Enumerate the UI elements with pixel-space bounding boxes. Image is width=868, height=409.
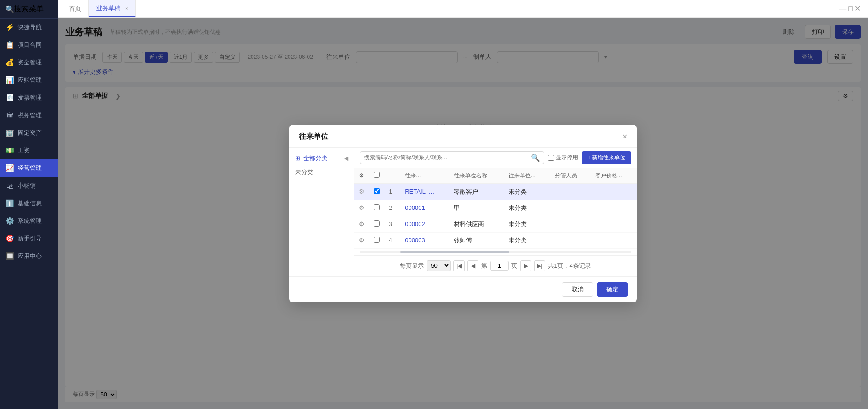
sidebar-item-fapiao[interactable]: 🧾 发票管理 [0,89,58,107]
tab-draft[interactable]: 业务草稿 × [89,0,136,17]
col-check [369,168,384,184]
sidebar-item-label: 税务管理 [18,111,42,120]
tab-close-icon[interactable]: × [125,6,128,11]
sidebar-item-label: 资金管理 [18,58,42,67]
confirm-button[interactable]: 确定 [597,282,628,297]
sidebar-item-xiaodian[interactable]: 🛍 小畅销 [0,177,58,195]
row-no: 1 [384,183,401,200]
dialog-close-icon[interactable]: × [623,132,628,142]
row-price [591,183,637,200]
row-settings: ⚙ [354,216,369,232]
table-row[interactable]: ⚙ 2 000001 甲 未分类 [354,200,637,216]
page-last-button[interactable]: ▶| [534,260,545,271]
per-page-select[interactable]: 50 100 [427,260,451,271]
col-code: 往来... [400,168,449,184]
table-row[interactable]: ⚙ 1 RETAIL_... 零散客户 未分类 [354,183,637,200]
col-category: 往来单位... [504,168,550,184]
sidebar-item-label: 小畅销 [18,182,36,190]
tab-bar: 首页 业务草稿 × — □ ✕ [58,0,868,18]
row-no: 3 [384,216,401,232]
tab-home[interactable]: 首页 [62,0,89,17]
dialog-right-toolbar: 🔍 显示停用 + 新增往来单位 [354,148,637,168]
page-suffix: 页 [511,262,517,270]
add-partner-button[interactable]: + 新增往来单位 [582,151,631,164]
window-minimize-icon[interactable]: — [839,5,846,13]
sidebar-header[interactable]: 🔍 搜索菜单 [0,0,58,19]
sidebar-item-gudingzichan[interactable]: 🏢 固定资产 [0,124,58,142]
total-info: 共1页，4条记录 [548,262,591,270]
table-scrollbar[interactable] [360,251,631,253]
table-row[interactable]: ⚙ 3 000002 材料供应商 未分类 [354,216,637,232]
page-next-button[interactable]: ▶ [520,260,531,271]
pagination: 每页显示 50 100 |◀ ◀ 第 页 ▶ ▶| [354,255,637,276]
sidebar-item-label: 应账管理 [18,76,42,84]
page-prev-button[interactable]: ◀ [467,260,478,271]
sidebar-header-text: 搜索菜单 [14,4,44,14]
sidebar-item-xiangmu[interactable]: 📋 项目合同 [0,36,58,54]
col-price: 客户价格... [591,168,637,184]
sidebar-item-jichu[interactable]: ℹ️ 基础信息 [0,195,58,212]
cancel-button[interactable]: 取消 [562,282,593,297]
row-name: 张师傅 [449,232,504,248]
sidebar-item-gongzi[interactable]: 💵 工资 [0,142,58,159]
sidebar-item-yingyong[interactable]: 🔲 应用中心 [0,247,58,265]
search-box[interactable]: 🔍 [360,151,545,164]
sidebar-item-jingying[interactable]: 📈 经营管理 [0,159,58,177]
row-checkbox[interactable] [369,183,384,200]
table-header-row: ⚙ 往来... 往来单位名称 往来单位... 分管人员 客户价格... [354,168,637,184]
row-code: RETAIL_... [400,183,449,200]
row-price [591,200,637,216]
select-all-checkbox[interactable] [374,172,380,178]
show-disabled-toggle[interactable]: 显示停用 [548,154,578,162]
window-close-icon[interactable]: ✕ [855,4,861,13]
row-checkbox[interactable] [369,200,384,216]
sidebar-item-label: 工资 [18,146,30,155]
main-area: 首页 业务草稿 × — □ ✕ WhAR 业务草稿 草稿转为正式单据时，不会执行… [58,0,868,409]
uncategorized-label: 未分类 [295,169,313,176]
dialog-left-panel: ⊞ 全部分类 ◀ 未分类 [289,148,354,276]
row-salesperson [550,232,591,248]
col-name: 往来单位名称 [449,168,504,184]
dialog-footer: 取消 确定 [289,276,637,302]
row-category: 未分类 [504,232,550,248]
sidebar-item-xinshou[interactable]: 🎯 新手引导 [0,230,58,247]
page-first-button[interactable]: |◀ [453,260,465,271]
tab-draft-label: 业务草稿 [96,4,120,13]
row-settings: ⚙ [354,200,369,216]
contract-icon: 📋 [6,41,14,49]
app-icon: 🔲 [6,252,14,260]
sidebar-item-yingfu[interactable]: 📊 应账管理 [0,71,58,89]
row-salesperson [550,183,591,200]
modal-overlay: 往来单位 × ⊞ 全部分类 ◀ [58,18,868,409]
col-no [384,168,401,184]
row-checkbox[interactable] [369,216,384,232]
sidebar-item-shuiwu[interactable]: 🏛 税务管理 [0,107,58,124]
sidebar-item-zijin[interactable]: 💰 资金管理 [0,54,58,71]
collapse-icon[interactable]: ◀ [344,155,348,162]
row-category: 未分类 [504,183,550,200]
row-salesperson [550,216,591,232]
sidebar-item-label: 项目合同 [18,41,42,49]
sidebar-item-kuaijie[interactable]: ⚡ 快捷导航 [0,19,58,36]
row-price [591,216,637,232]
sidebar-item-label: 新手引导 [18,234,42,243]
table-row[interactable]: ⚙ 4 000003 张师傅 未分类 [354,232,637,248]
management-icon: 📈 [6,164,14,172]
page-input[interactable] [490,261,509,271]
row-checkbox[interactable] [369,232,384,248]
row-code: 000002 [400,216,449,232]
sidebar-item-label: 基础信息 [18,199,42,208]
search-input[interactable] [364,154,529,161]
left-panel-uncategorized[interactable]: 未分类 [289,165,354,179]
window-maximize-icon[interactable]: □ [848,5,853,13]
per-page-label: 每页显示 [400,262,424,270]
search-icon: 🔍 [531,153,540,162]
left-panel-header: ⊞ 全部分类 ◀ [289,151,354,165]
row-name: 零散客户 [449,183,504,200]
row-category: 未分类 [504,216,550,232]
gear-icon: ⚙️ [6,217,14,225]
sidebar-item-xitong[interactable]: ⚙️ 系统管理 [0,212,58,230]
salary-icon: 💵 [6,146,14,155]
dialog-right-panel: 🔍 显示停用 + 新增往来单位 [354,148,637,276]
show-disabled-checkbox[interactable] [548,155,554,161]
